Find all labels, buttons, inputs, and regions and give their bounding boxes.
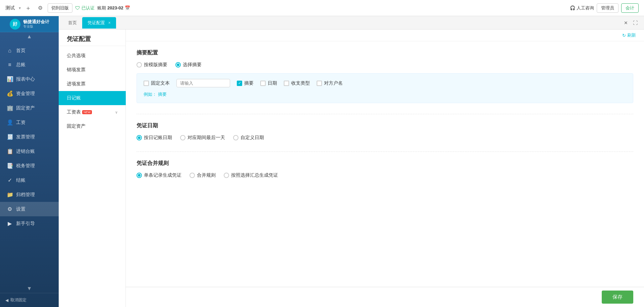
sidebar-item-invoice[interactable]: 🧾 发票管理 (0, 130, 59, 144)
archive-icon: 📁 (7, 191, 13, 198)
topbar-chevron-icon[interactable]: ▾ (19, 6, 21, 10)
radio-journal-date[interactable]: 按日记账日期 (137, 135, 172, 141)
save-button[interactable]: 保存 (602, 291, 633, 304)
radio-single-record[interactable]: 单条记录生成凭证 (137, 172, 181, 178)
left-nav-purchase-invoice[interactable]: 进项发票 (59, 77, 126, 91)
sidebar-item-guide[interactable]: ▶ 新手引导 (0, 216, 59, 231)
tab-close-icon[interactable]: × (108, 20, 111, 25)
left-nav-payroll[interactable]: 工资表 NEW ∨ (59, 105, 126, 119)
left-nav-diary[interactable]: 日记账 (59, 91, 126, 105)
sidebar-nav: ⌂ 首页 ≡ 总账 📊 报表中心 💰 资金管理 🏢 固定资产 👤 工资 (0, 41, 59, 284)
right-content: 摘要配置 按模版摘要 选择摘要 (126, 41, 644, 287)
tab-voucher-config[interactable]: 凭证配置 × (82, 17, 116, 29)
summary-radio-group: 按模版摘要 选择摘要 (137, 62, 633, 68)
custom-date-circle (233, 135, 238, 140)
admin-button[interactable]: 管理员 (597, 3, 619, 13)
tab-bar-expand-button[interactable]: ⛶ (631, 18, 640, 28)
home-icon: ⌂ (7, 48, 13, 54)
sidebar-item-label: 资金管理 (16, 91, 35, 97)
refresh-button[interactable]: ↻ 刷新 (622, 32, 636, 38)
logo-icon: 好 (10, 19, 20, 30)
checkbox-counterpart[interactable]: 对方户名 (317, 80, 343, 86)
sidebar-item-label: 进销台账 (16, 148, 35, 155)
switch-old-button[interactable]: 切到旧版 (48, 3, 72, 13)
date-checkbox (260, 81, 266, 86)
radio-select-circle (175, 62, 181, 68)
sidebar-item-label: 报表中心 (16, 76, 35, 82)
radio-select-summary[interactable]: 选择摘要 (175, 62, 202, 68)
radio-aggregate[interactable]: 按照选择汇总生成凭证 (224, 172, 278, 178)
sidebar-item-ledger[interactable]: ≡ 总账 (0, 58, 59, 72)
sidebar-item-archive[interactable]: 📁 归档管理 (0, 187, 59, 202)
left-nav-fixed-assets[interactable]: 固定资产 (59, 119, 126, 133)
tab-home[interactable]: 首页 (63, 17, 82, 29)
page-title: 凭证配置 (67, 35, 91, 43)
summary-config-section: 摘要配置 按模版摘要 选择摘要 (137, 49, 633, 103)
sidebar-item-home[interactable]: ⌂ 首页 (0, 44, 59, 58)
radio-template-circle (137, 62, 142, 68)
sidebar-item-close[interactable]: ✓ 结账 (0, 173, 59, 187)
sidebar-item-label: 结账 (16, 177, 25, 183)
assets-icon: 🏢 (7, 105, 13, 111)
sidebar-item-label: 归档管理 (16, 192, 35, 198)
tax-icon: 📑 (7, 163, 13, 169)
summary-config-title: 摘要配置 (137, 49, 633, 56)
voucher-merge-section: 凭证合并规则 单条记录生成凭证 合并规则 (137, 160, 633, 178)
aggregate-circle (224, 173, 229, 178)
sidebar-item-label: 总账 (16, 62, 25, 68)
new-badge: NEW (82, 110, 92, 114)
journal-date-circle (137, 135, 142, 140)
sidebar-item-report[interactable]: 📊 报表中心 (0, 72, 59, 86)
sidebar-item-assets[interactable]: 🏢 固定资产 (0, 101, 59, 115)
summary-options-row: 固定文本 摘要 日期 (144, 79, 626, 87)
topbar-title: 测试 (5, 5, 15, 11)
radio-template-summary[interactable]: 按模版摘要 (137, 62, 167, 68)
sidebar-item-label: 工资 (16, 120, 25, 126)
sidebar-scroll-down[interactable]: ▼ (0, 284, 59, 293)
checkbox-fixed-text[interactable]: 固定文本 (144, 80, 170, 86)
guide-icon: ▶ (7, 220, 13, 227)
certified-status: 🛡 已认证 (75, 5, 95, 11)
left-nav-sales-invoice[interactable]: 销项发票 (59, 63, 126, 77)
ledger-icon: ≡ (7, 62, 13, 68)
cancel-pin-button[interactable]: ◀ 取消固定 (0, 293, 59, 307)
counterpart-checkbox (317, 81, 322, 86)
page-layout: 凭证配置 公共选项 销项发票 进项发票 日记账 (59, 30, 644, 307)
fund-icon: 💰 (7, 90, 13, 97)
radio-merge-rule[interactable]: 合并规则 (190, 172, 216, 178)
report-icon: 📊 (7, 76, 13, 82)
sidebar: 好 畅捷通好会计 专业版 ▲ ⌂ 首页 ≡ 总账 📊 报表中心 💰 资金管理 (0, 16, 59, 307)
checkbox-summary[interactable]: 摘要 (237, 80, 254, 86)
tab-bar-close-button[interactable]: ✕ (621, 18, 631, 28)
refresh-icon: ↻ (622, 33, 626, 38)
calendar-icon[interactable]: 📅 (125, 5, 130, 10)
topbar-settings-icon[interactable]: ⚙ (36, 3, 45, 13)
sidebar-item-tax[interactable]: 📑 税务管理 (0, 159, 59, 173)
salary-icon: 👤 (7, 119, 13, 126)
sidebar-logo: 好 畅捷通好会计 专业版 (0, 16, 59, 32)
sidebar-scroll-up[interactable]: ▲ (0, 32, 59, 41)
divider-1 (137, 114, 633, 114)
radio-custom-date[interactable]: 自定义日期 (233, 135, 264, 141)
fixed-text-input[interactable] (176, 79, 230, 87)
sidebar-item-trade[interactable]: 📋 进销台账 (0, 144, 59, 159)
sidebar-item-salary[interactable]: 👤 工资 (0, 115, 59, 130)
radio-period-last-day[interactable]: 对应期间最后一天 (180, 135, 225, 141)
content-area: 首页 凭证配置 × ✕ ⛶ 凭证配置 公共选项 (59, 16, 644, 307)
help-button[interactable]: 🎧 人工咨询 (570, 5, 594, 11)
checkbox-income-type[interactable]: 收支类型 (284, 80, 310, 86)
sidebar-item-fund[interactable]: 💰 资金管理 (0, 86, 59, 101)
accountant-button[interactable]: 会计 (621, 3, 639, 13)
voucher-date-radio-group: 按日记账日期 对应期间最后一天 自定义日期 (137, 135, 633, 141)
sidebar-item-label: 发票管理 (16, 134, 35, 140)
sidebar-item-settings[interactable]: ⚙ 设置 (0, 202, 59, 216)
example-row: 例如： 摘要 (144, 91, 626, 97)
topbar-add-icon[interactable]: ＋ (23, 3, 33, 13)
period-label: 账期 2023-02 📅 (97, 5, 130, 11)
sidebar-item-label: 新手引导 (16, 221, 35, 227)
tab-bar: 首页 凭证配置 × ✕ ⛶ (59, 16, 644, 30)
sidebar-item-label: 税务管理 (16, 163, 35, 169)
merge-rule-circle (190, 173, 195, 178)
checkbox-date[interactable]: 日期 (260, 80, 277, 86)
left-nav-public[interactable]: 公共选项 (59, 49, 126, 63)
